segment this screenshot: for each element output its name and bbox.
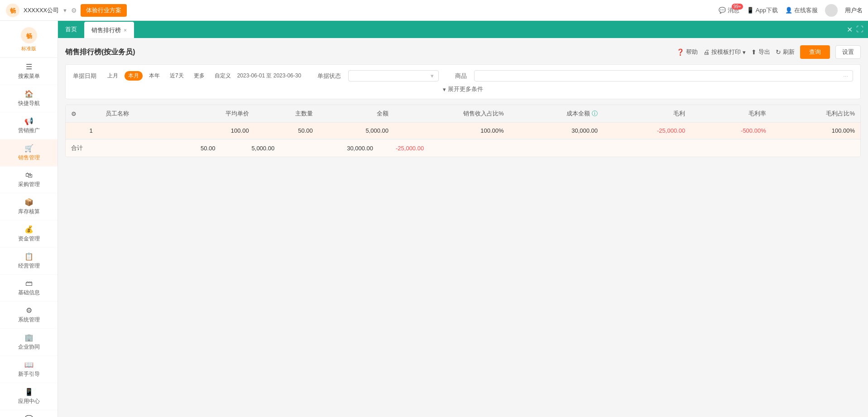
message-button[interactable]: 💬 消息 99+ bbox=[719, 6, 739, 14]
goods-label: 商品 bbox=[455, 72, 467, 80]
row-gross-pct: 100.00% bbox=[772, 123, 860, 139]
goods-input[interactable]: ··· bbox=[474, 70, 853, 81]
sidebar-item-inventory[interactable]: 📦 库存核算 bbox=[0, 193, 58, 220]
home-icon: 🏠 bbox=[24, 90, 34, 98]
print-button[interactable]: 🖨 按模板打印 ▾ bbox=[703, 48, 746, 56]
col-rank bbox=[82, 105, 100, 123]
sidebar-item-enterprise[interactable]: 🏢 企业协同 bbox=[0, 329, 58, 356]
expand-more-label: 展开更多条件 bbox=[448, 85, 483, 93]
inventory-icon: 📦 bbox=[24, 198, 34, 206]
sidebar-label-finance: 资金管理 bbox=[18, 235, 40, 243]
sidebar-item-system[interactable]: ⚙ 系统管理 bbox=[0, 302, 58, 329]
marketing-icon: 📢 bbox=[24, 117, 34, 125]
date-opt-more[interactable]: 更多 bbox=[190, 71, 208, 81]
tab-expand-icon[interactable]: ⛶ bbox=[856, 25, 863, 34]
col-settings[interactable]: ⚙ bbox=[66, 105, 82, 123]
service-label: 在线客服 bbox=[794, 6, 818, 14]
sidebar-item-purchase[interactable]: 🛍 采购管理 bbox=[0, 167, 58, 193]
refresh-icon: ↻ bbox=[776, 48, 781, 56]
footer-amount: 5,000.00 bbox=[252, 145, 275, 152]
sidebar-item-guide[interactable]: 📖 新手引导 bbox=[0, 356, 58, 383]
row-gross-rate: -500.00% bbox=[691, 123, 772, 139]
export-label: 导出 bbox=[758, 48, 770, 56]
top-bar: 畅 XXXXXX公司 ▼ ⚙ 体验行业方案 💬 消息 99+ 📱 App下载 👤… bbox=[0, 0, 868, 21]
date-opt-7days[interactable]: 近7天 bbox=[166, 71, 187, 81]
avatar[interactable] bbox=[825, 4, 838, 17]
query-button[interactable]: 查询 bbox=[800, 45, 830, 59]
apps-icon: 📱 bbox=[24, 388, 34, 396]
sidebar-item-finance[interactable]: 💰 资金管理 bbox=[0, 220, 58, 248]
app-download-button[interactable]: 📱 App下载 bbox=[747, 6, 778, 14]
sidebar-label-search: 搜索菜单 bbox=[18, 72, 40, 80]
sidebar-logo-icon: 畅 bbox=[20, 26, 38, 44]
sidebar-item-basic[interactable]: 🗃 基础信息 bbox=[0, 275, 58, 302]
top-bar-left: 畅 XXXXXX公司 ▼ ⚙ 体验行业方案 bbox=[5, 3, 719, 18]
tab-minimize-icon[interactable]: ✕ bbox=[847, 25, 853, 34]
sidebar-item-wechat[interactable]: 💬 企业微信 bbox=[0, 410, 58, 417]
sidebar-item-sales[interactable]: 🛒 销售管理 bbox=[0, 139, 58, 167]
sidebar-label-shortcut: 快捷导航 bbox=[18, 100, 40, 107]
settings-button[interactable]: 设置 bbox=[835, 45, 861, 59]
message-icon: 💬 bbox=[719, 7, 726, 14]
sidebar: 畅 标准版 ☰ 搜索菜单 🏠 快捷导航 📢 营销推广 🛒 销售管理 🛍 采购管理… bbox=[0, 21, 58, 417]
online-service-button[interactable]: 👤 在线客服 bbox=[785, 6, 818, 14]
settings-icon[interactable]: ⚙ bbox=[71, 7, 77, 14]
row-amount: 5,000.00 bbox=[318, 123, 394, 139]
row-avg-price: 100.00 bbox=[177, 123, 254, 139]
tab-sales-ranking[interactable]: 销售排行榜 × bbox=[84, 22, 134, 39]
help-icon: ❓ bbox=[676, 48, 684, 56]
date-range-options: 上月 本月 本年 近7天 更多 自定义 2023-06-01 至 2023-06… bbox=[104, 71, 301, 81]
col-gross-rate: 毛利率 bbox=[691, 105, 772, 123]
username: 用户名 bbox=[845, 6, 863, 14]
print-icon: 🖨 bbox=[703, 48, 710, 56]
sidebar-item-apps[interactable]: 📱 应用中心 bbox=[0, 383, 58, 410]
svg-text:畅: 畅 bbox=[10, 7, 16, 14]
col-qty: 主数量 bbox=[254, 105, 318, 123]
row-sales-pct: 100.00% bbox=[394, 123, 509, 139]
table-body: 1 100.00 50.00 5,000.00 100.00% 30,000.0… bbox=[66, 123, 860, 139]
top-bar-right: 💬 消息 99+ 📱 App下载 👤 在线客服 用户名 bbox=[719, 4, 863, 17]
sales-ranking-table: ⚙ 员工名称 平均单价 主数量 全额 销售收入占比% 成本全额 ⓘ 毛利 毛利率… bbox=[66, 105, 860, 139]
row-rank: 1 bbox=[82, 123, 100, 139]
page-content: 销售排行榜(按业务员) ❓ 帮助 🖨 按模板打印 ▾ ⬆ 导出 bbox=[58, 38, 868, 417]
company-dropdown-icon[interactable]: ▼ bbox=[62, 8, 67, 13]
row-settings bbox=[66, 123, 82, 139]
col-name: 员工名称 bbox=[100, 105, 177, 123]
sidebar-label-inventory: 库存核算 bbox=[18, 208, 40, 216]
export-button[interactable]: ⬆ 导出 bbox=[751, 48, 770, 56]
trial-button[interactable]: 体验行业方案 bbox=[81, 4, 127, 17]
col-gross-pct: 毛利占比% bbox=[772, 105, 860, 123]
row-gross: -25,000.00 bbox=[603, 123, 691, 139]
tab-close-icon[interactable]: × bbox=[124, 27, 127, 34]
sidebar-item-operations[interactable]: 📋 经营管理 bbox=[0, 248, 58, 275]
page-title: 销售排行榜(按业务员) bbox=[65, 48, 135, 57]
table-wrap: ⚙ 员工名称 平均单价 主数量 全额 销售收入占比% 成本全额 ⓘ 毛利 毛利率… bbox=[65, 105, 861, 157]
main-content: 首页 销售排行榜 × ✕ ⛶ 销售排行榜(按业务员) ❓ 帮助 bbox=[58, 21, 868, 417]
expand-more-btn[interactable]: ▾ 展开更多条件 bbox=[73, 85, 853, 93]
date-opt-current-month[interactable]: 本月 bbox=[125, 71, 143, 81]
help-button[interactable]: ❓ 帮助 bbox=[676, 48, 698, 56]
sidebar-item-marketing[interactable]: 📢 营销推广 bbox=[0, 112, 58, 139]
status-select[interactable]: ▾ bbox=[348, 70, 439, 81]
page-header: 销售排行榜(按业务员) ❓ 帮助 🖨 按模板打印 ▾ ⬆ 导出 bbox=[65, 45, 861, 59]
refresh-button[interactable]: ↻ 刷新 bbox=[776, 48, 795, 56]
company-name: XXXXXX公司 bbox=[24, 6, 59, 14]
app-download-label: App下载 bbox=[756, 6, 778, 14]
date-opt-custom[interactable]: 自定义 bbox=[211, 71, 235, 81]
sidebar-label-basic: 基础信息 bbox=[18, 289, 40, 297]
row-qty: 50.00 bbox=[254, 123, 318, 139]
date-opt-current-year[interactable]: 本年 bbox=[145, 71, 163, 81]
sidebar-label-guide: 新手引导 bbox=[18, 370, 40, 378]
refresh-label: 刷新 bbox=[783, 48, 795, 56]
sidebar-item-search[interactable]: ☰ 搜索菜单 bbox=[0, 58, 58, 85]
sidebar-label-enterprise: 企业协同 bbox=[18, 343, 40, 351]
tab-sales-ranking-label: 销售排行榜 bbox=[91, 26, 121, 34]
system-icon: ⚙ bbox=[26, 306, 32, 315]
table-row: 1 100.00 50.00 5,000.00 100.00% 30,000.0… bbox=[66, 123, 860, 139]
date-opt-prev-month[interactable]: 上月 bbox=[104, 71, 122, 81]
app-download-icon: 📱 bbox=[747, 7, 754, 14]
sidebar-item-shortcut[interactable]: 🏠 快捷导航 bbox=[0, 85, 58, 112]
status-label: 单据状态 bbox=[317, 72, 341, 80]
tab-home[interactable]: 首页 bbox=[58, 21, 84, 38]
row-name bbox=[100, 123, 177, 139]
